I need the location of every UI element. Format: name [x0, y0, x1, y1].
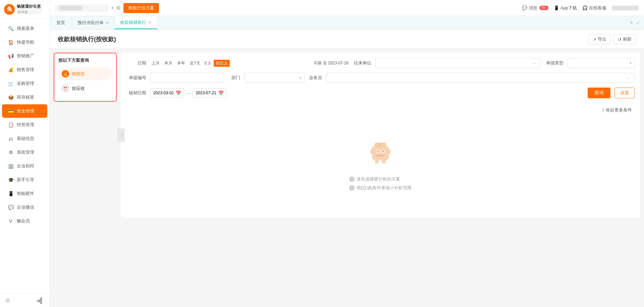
sidebar-item-wechat[interactable]: 💬 企业微信: [2, 201, 47, 214]
sidebar-icon-quick-nav: 🏠: [7, 39, 14, 46]
svg-point-5: [382, 151, 384, 152]
tab-expand-icon[interactable]: ⤢: [636, 20, 640, 25]
sidebar-logo: 兔 畅捷通好生意 标准版: [0, 0, 49, 19]
date-unlimited-row: 不限 至 2023-07-26: [314, 60, 349, 66]
shortcut-last-month[interactable]: 上月: [150, 60, 161, 67]
online-service-item[interactable]: 🎧 在线客服: [582, 5, 606, 11]
sidebar-item-search-menu[interactable]: 🔍 搜索菜单: [2, 22, 47, 35]
doc-number-field[interactable]: [150, 73, 224, 83]
verify-date-end-value: 2023-07-21: [196, 91, 216, 95]
tip-num-2: 2: [349, 185, 355, 191]
sidebar-item-hardware[interactable]: 📱 智能硬件: [2, 187, 47, 200]
doc-type-select[interactable]: ▾: [568, 58, 635, 68]
sidebar-label-system: 系统管理: [17, 149, 34, 155]
dropdown-arrow-icon[interactable]: ▾: [111, 6, 113, 10]
message-label: 消息: [529, 5, 537, 11]
sidebar-item-finance[interactable]: 💳 资金管理: [2, 104, 47, 118]
export-label: 导出: [598, 36, 606, 42]
sidebar-label-wechat: 企业微信: [17, 204, 34, 210]
empty-illustration: ?: [364, 136, 397, 169]
sidebar-item-operation[interactable]: 📋 经营管理: [2, 118, 47, 132]
svg-rect-9: [375, 160, 379, 163]
staff-ellipsis[interactable]: ···: [625, 74, 632, 82]
sidebar-item-system[interactable]: ⚙ 系统管理: [2, 146, 47, 159]
tab-prepay[interactable]: 预付冲应付单 ✕: [72, 16, 115, 29]
app-download-item[interactable]: 📱 App下载: [554, 5, 577, 11]
sidebar-label-member: 畅会员: [17, 218, 30, 224]
sidebar-item-marketing[interactable]: 📢 营销推广: [2, 49, 47, 63]
settings-btn[interactable]: 设置: [614, 88, 635, 98]
collapse-more-label: 收起更多条件: [606, 107, 632, 113]
tab-close-all-icon[interactable]: ✕: [630, 20, 633, 25]
tab-collection-label: 收款核销执行: [120, 19, 146, 25]
sidebar-item-guide[interactable]: 🎓 新手引导: [2, 173, 47, 187]
industry-btn[interactable]: 体验行业方案: [123, 3, 159, 13]
tab-collection[interactable]: 收款核销执行 ✕: [115, 16, 157, 29]
svg-point-4: [377, 151, 379, 152]
refresh-btn[interactable]: ↺ 刷新: [613, 34, 636, 44]
sidebar-item-quick-nav[interactable]: 🏠 快捷导航: [2, 36, 47, 49]
tip-num-1: 1: [349, 176, 355, 182]
online-service-label: 在线客服: [589, 5, 606, 11]
refresh-icon: ↺: [618, 37, 622, 42]
counterparty-ellipsis[interactable]: ···: [531, 59, 538, 67]
date-to-label: 至 2023-07-26: [323, 60, 349, 66]
tabbar-controls: ✕ ⤢: [626, 16, 644, 29]
shortcut-more[interactable]: 更多: [204, 60, 212, 66]
export-icon: ↗: [593, 37, 596, 42]
message-item[interactable]: 💬 消息 99+: [522, 5, 548, 11]
svg-rect-8: [388, 149, 390, 154]
filter-panel: 按以下方案查询 💰 按收款 ⏰ 按应收: [54, 53, 117, 102]
sidebar-label-enterprise: 企业协同: [17, 163, 34, 169]
shortcut-this-month[interactable]: 本月: [163, 60, 174, 67]
sidebar-icon-wechat: 💬: [7, 204, 14, 211]
shortcut-custom[interactable]: 自定义: [214, 60, 230, 67]
collapse-row: 《 收起更多条件: [126, 103, 635, 116]
filter-option-receivable[interactable]: ⏰ 按应收: [58, 82, 112, 95]
verify-date-end-input[interactable]: 2023-07-21 📅: [193, 88, 226, 98]
sidebar-item-member[interactable]: V 畅会员: [2, 214, 47, 228]
sidebar-icon-search-menu: 🔍: [7, 25, 14, 32]
verify-date-end-calendar-icon[interactable]: 📅: [218, 91, 224, 96]
filter-option-collection[interactable]: 💰 按收款: [58, 67, 112, 80]
sidebar-menu: 🔍 搜索菜单 🏠 快捷导航 📢 营销推广 💰 销售管理 🛒 采购管理 📦 库存核…: [0, 19, 49, 294]
tab-prepay-close[interactable]: ✕: [106, 20, 109, 25]
staff-label: 业务员: [309, 75, 322, 81]
message-icon: 💬: [522, 5, 527, 10]
staff-field[interactable]: ···: [326, 73, 635, 83]
dept-select[interactable]: ▾: [244, 73, 305, 83]
sidebar-item-purchase[interactable]: 🛒 采购管理: [2, 77, 47, 90]
sidebar-item-inventory[interactable]: 📦 库存核算: [2, 91, 47, 104]
sidebar-icon-operation: 📋: [7, 121, 14, 128]
account-name-blurred: [59, 6, 83, 10]
tab-collection-close[interactable]: ✕: [148, 20, 152, 25]
shortcut-7days[interactable]: 近7天: [189, 60, 202, 67]
sidebar-item-basic-info[interactable]: 🗂 基础信息: [2, 132, 47, 145]
page-header-actions: ↗ 导出 ↺ 刷新: [588, 34, 636, 48]
date-row: 日期 上月 本月 本年 近7天 更多 自定义 不限 至 2023-07-26: [126, 58, 635, 68]
sidebar-item-enterprise[interactable]: 🏢 企业协同: [2, 159, 47, 173]
verify-date-start-input[interactable]: 2023-03-01 📅: [150, 88, 184, 98]
counterparty-field[interactable]: ···: [375, 58, 541, 68]
sidebar-icon-inventory: 📦: [7, 94, 14, 101]
content-area: 按以下方案查询 💰 按收款 ⏰ 按应收 《 日期: [50, 49, 644, 222]
shortcut-this-year[interactable]: 本年: [176, 60, 186, 67]
sidebar: 兔 畅捷通好生意 标准版 🔍 搜索菜单 🏠 快捷导航 📢 营销推广 💰 销售管理…: [0, 0, 50, 307]
topbar-gear-icon[interactable]: ⚙: [116, 5, 121, 11]
filter-collapse-btn[interactable]: 《: [117, 129, 125, 142]
settings-bottom-icon[interactable]: ⚙: [5, 297, 10, 304]
export-btn[interactable]: ↗ 导出: [588, 34, 611, 44]
sidebar-icon-finance: 💳: [7, 108, 14, 114]
query-btn[interactable]: 查询: [588, 88, 610, 98]
page-title: 收款核销执行(按收款): [58, 35, 116, 47]
sidebar-icon-enterprise: 🏢: [7, 163, 14, 169]
date-dash: —: [186, 91, 191, 96]
collapse-more-btn[interactable]: 《 收起更多条件: [597, 104, 635, 116]
verify-date-range: 2023-03-01 📅 — 2023-07-21 📅: [150, 88, 227, 98]
verify-date-label: 核销日期: [126, 90, 146, 96]
sidebar-item-sales[interactable]: 💰 销售管理: [2, 63, 47, 76]
tip-text-1: 请先选择要分析的方案: [357, 175, 400, 184]
verify-date-start-calendar-icon[interactable]: 📅: [176, 91, 181, 96]
collapse-sidebar-icon[interactable]: ◀▌: [36, 297, 44, 304]
tab-home[interactable]: 首页: [50, 16, 72, 29]
